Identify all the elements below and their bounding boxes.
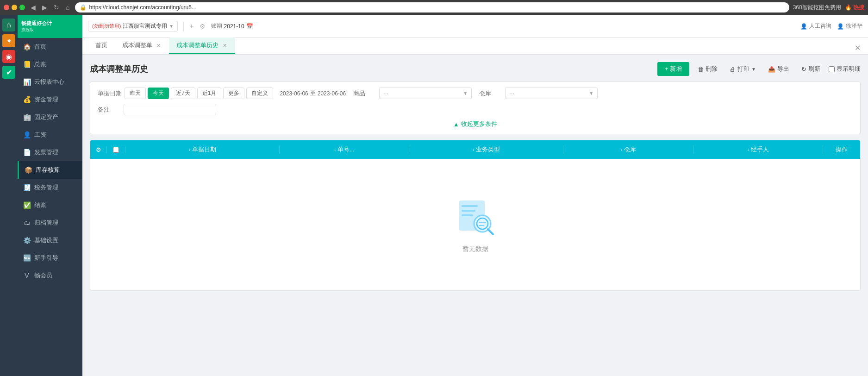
show-detail-input[interactable] bbox=[829, 66, 835, 72]
date-to: 2023-06-06 bbox=[318, 90, 346, 97]
empty-icon bbox=[452, 196, 499, 238]
home-btn[interactable]: ⌂ bbox=[64, 3, 71, 12]
th-warehouse[interactable]: ↕ 仓库 bbox=[563, 145, 693, 154]
th-warehouse-label: 仓库 bbox=[624, 145, 636, 154]
th-date-label: 单据日期 bbox=[192, 145, 216, 154]
date-btn-1month[interactable]: 近1月 bbox=[197, 88, 222, 99]
address-bar[interactable]: 🔒 https://cloud.chanjet.com/accounting/u… bbox=[75, 2, 789, 13]
date-btn-custom[interactable]: 自定义 bbox=[246, 88, 273, 99]
sidebar: 畅捷通好会计 旗舰版 🏠首页📒总账📊云报表中心💰资金管理🏢固定资产👤工资📄发票管… bbox=[18, 15, 82, 376]
export-btn[interactable]: 📤 导出 bbox=[764, 63, 793, 75]
svg-rect-2 bbox=[462, 210, 475, 212]
refresh-btn[interactable]: ↻ bbox=[52, 3, 61, 12]
th-date[interactable]: ↕ 单据日期 bbox=[125, 145, 280, 154]
add-company-btn[interactable]: + bbox=[189, 22, 194, 31]
window-close-btn[interactable]: ✕ bbox=[853, 42, 862, 54]
sidebar-item-payroll[interactable]: 👤工资 bbox=[18, 126, 82, 144]
collapse-btn[interactable]: ▲ 收起更多条件 bbox=[453, 120, 497, 128]
left-icon-orange[interactable]: ✦ bbox=[2, 34, 15, 47]
th-billno[interactable]: ↕ 单号... bbox=[280, 145, 409, 154]
filter-remark-input[interactable] bbox=[124, 104, 216, 115]
th-billno-label: 单号... bbox=[337, 145, 355, 154]
company-selector[interactable]: (勿删勿禁用) 江西服宝测试专用 ▼ bbox=[88, 21, 178, 31]
export-label: 导出 bbox=[777, 65, 789, 73]
date-btn-7days[interactable]: 近7天 bbox=[171, 88, 195, 99]
sidebar-icon-invoice: 📄 bbox=[23, 149, 31, 156]
tab-home[interactable]: 首页 bbox=[88, 38, 115, 54]
settings-icon: ⚙ bbox=[96, 146, 101, 153]
forward-btn[interactable]: ▶ bbox=[40, 3, 49, 12]
sidebar-label-fund: 资金管理 bbox=[34, 95, 58, 104]
sidebar-item-report[interactable]: 📊云报表中心 bbox=[18, 73, 82, 91]
th-person-label: 经手人 bbox=[751, 145, 769, 154]
th-biztype[interactable]: ↕ 业务类型 bbox=[409, 145, 563, 154]
delete-icon: 🗑 bbox=[698, 66, 704, 73]
th-settings[interactable]: ⚙ bbox=[90, 146, 107, 153]
sidebar-logo-sub: 旗舰版 bbox=[21, 27, 52, 33]
delete-btn[interactable]: 🗑 删除 bbox=[694, 63, 721, 75]
sidebar-item-fixed[interactable]: 🏢固定资产 bbox=[18, 108, 82, 126]
filter-goods-item: 商品 ··· ▼ bbox=[353, 88, 472, 99]
sidebar-item-fund[interactable]: 💰资金管理 bbox=[18, 91, 82, 108]
minimize-window-btn[interactable] bbox=[12, 5, 17, 10]
sidebar-item-vip[interactable]: V畅会员 bbox=[18, 267, 82, 284]
left-icon-green[interactable]: ✔ bbox=[2, 66, 15, 79]
tab-cost-adjust-history-close[interactable]: ✕ bbox=[221, 42, 228, 49]
date-range-display: 2023-06-06 至 2023-06-06 bbox=[280, 89, 346, 97]
sidebar-label-fixed: 固定资产 bbox=[34, 113, 58, 121]
print-btn[interactable]: 🖨 打印 ▼ bbox=[726, 63, 760, 75]
consult-btn[interactable]: 👤 人工咨询 bbox=[800, 22, 831, 30]
left-icon-home[interactable]: ⌂ bbox=[2, 19, 15, 31]
page-title: 成本调整单历史 bbox=[90, 63, 148, 75]
sidebar-menu: 🏠首页📒总账📊云报表中心💰资金管理🏢固定资产👤工资📄发票管理📦库存核算🧾税务管理… bbox=[18, 38, 82, 376]
period-selector[interactable]: 账期 2021-10 📅 bbox=[211, 22, 253, 30]
filter-warehouse-placeholder: ··· bbox=[509, 90, 514, 97]
filter-date-label: 单据日期 bbox=[98, 89, 122, 98]
refresh-btn[interactable]: ↻ 刷新 bbox=[798, 63, 824, 75]
sidebar-item-archive[interactable]: 🗂归档管理 bbox=[18, 214, 82, 232]
print-dropdown-icon: ▼ bbox=[751, 67, 756, 72]
browser-nav: ◀ ▶ ↻ ⌂ bbox=[29, 3, 71, 12]
sidebar-label-archive: 归档管理 bbox=[34, 219, 58, 227]
page-actions: + 新增 🗑 删除 🖨 打印 ▼ 📤 导出 ↻ bbox=[657, 62, 861, 76]
sidebar-item-guide[interactable]: 🆕新手引导 bbox=[18, 249, 82, 267]
user-menu[interactable]: 👤 徐泽华 bbox=[837, 22, 862, 30]
sidebar-item-invoice[interactable]: 📄发票管理 bbox=[18, 144, 82, 161]
date-sort-icon: ↕ bbox=[188, 148, 191, 152]
th-person[interactable]: ↕ 经手人 bbox=[693, 145, 823, 154]
date-btn-today[interactable]: 今天 bbox=[148, 88, 169, 99]
th-biztype-label: 业务类型 bbox=[476, 145, 500, 154]
sidebar-item-home[interactable]: 🏠首页 bbox=[18, 38, 82, 56]
left-icon-red[interactable]: ◉ bbox=[2, 50, 15, 63]
divider-1 bbox=[183, 22, 184, 31]
tab-home-label: 首页 bbox=[95, 41, 107, 50]
sidebar-label-payroll: 工资 bbox=[34, 131, 46, 139]
calendar-icon[interactable]: 📅 bbox=[246, 23, 253, 30]
sidebar-item-settle[interactable]: ✅结账 bbox=[18, 196, 82, 214]
maximize-window-btn[interactable] bbox=[19, 5, 25, 10]
tab-cost-adjust[interactable]: 成本调整单 ✕ bbox=[115, 38, 169, 54]
date-btn-yesterday[interactable]: 昨天 bbox=[125, 88, 146, 99]
add-btn[interactable]: + 新增 bbox=[657, 62, 689, 76]
empty-text: 暂无数据 bbox=[462, 245, 488, 253]
filter-goods-select[interactable]: ··· ▼ bbox=[379, 88, 472, 99]
sidebar-label-settings: 基础设置 bbox=[34, 236, 58, 244]
sidebar-item-tax[interactable]: 🧾税务管理 bbox=[18, 179, 82, 196]
select-all-checkbox[interactable] bbox=[113, 147, 119, 153]
show-detail-checkbox[interactable]: 显示明细 bbox=[829, 65, 861, 73]
sidebar-item-settings[interactable]: ⚙️基础设置 bbox=[18, 232, 82, 249]
sidebar-item-inventory[interactable]: 📦库存核算 bbox=[18, 161, 82, 179]
sidebar-item-ledger[interactable]: 📒总账 bbox=[18, 56, 82, 73]
export-icon: 📤 bbox=[768, 66, 775, 73]
tab-cost-adjust-history[interactable]: 成本调整单历史 ✕ bbox=[169, 38, 235, 54]
th-checkbox[interactable] bbox=[107, 147, 125, 153]
close-window-btn[interactable] bbox=[4, 5, 9, 10]
sidebar-icon-settle: ✅ bbox=[23, 201, 31, 209]
sidebar-label-guide: 新手引导 bbox=[34, 254, 58, 262]
tab-cost-adjust-history-label: 成本调整单历史 bbox=[176, 41, 219, 50]
back-btn[interactable]: ◀ bbox=[29, 3, 37, 12]
settings-icon[interactable]: ⚙ bbox=[200, 23, 206, 30]
filter-warehouse-select[interactable]: ··· ▼ bbox=[505, 88, 598, 99]
date-btn-more[interactable]: 更多 bbox=[223, 88, 244, 99]
tab-cost-adjust-close[interactable]: ✕ bbox=[155, 42, 162, 49]
